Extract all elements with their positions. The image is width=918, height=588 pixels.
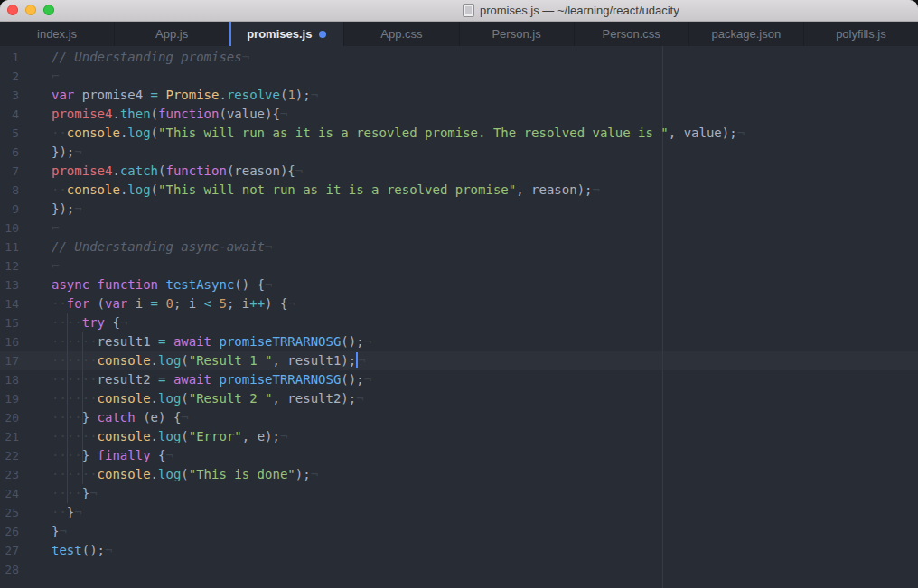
eol-marker-icon: ¬ <box>364 334 371 349</box>
whitespace-dots: ···· <box>52 448 82 462</box>
code-line[interactable]: 2⌐ <box>0 67 918 86</box>
token-kw: var <box>52 88 74 102</box>
code-line[interactable]: 6});¬ <box>0 143 918 162</box>
code-line[interactable]: 7promise4.catch(function(reason){¬ <box>0 162 918 181</box>
code-line[interactable]: 3var promise4 = Promise.resolve(1);¬ <box>0 86 918 105</box>
token-kw: var <box>105 296 127 311</box>
code-line[interactable]: 21······console.log("Error", e);¬ <box>0 427 918 446</box>
line-number: 28 <box>0 560 19 579</box>
tab-person-css[interactable]: Person.css <box>575 22 689 46</box>
code-line[interactable]: 9});¬ <box>0 200 918 219</box>
eol-marker-icon: ¬ <box>311 88 318 102</box>
line-number: 18 <box>0 370 19 389</box>
code-line[interactable]: 28 <box>0 560 918 579</box>
code-line[interactable]: 26}¬ <box>0 522 918 541</box>
token-mth: resolve <box>227 88 280 102</box>
eol-marker-icon: ¬ <box>74 505 81 519</box>
whitespace-dots: ·· <box>52 296 67 311</box>
token-fg: ); <box>295 467 311 481</box>
code-line[interactable]: 19······console.log("Result 2 ", result2… <box>0 389 918 408</box>
token-fn: promiseTRRARNOSG <box>219 372 341 387</box>
code-text: ··}¬ <box>19 503 82 522</box>
code-line[interactable]: 27test();¬ <box>0 541 918 560</box>
token-fn: test <box>52 543 82 557</box>
token-fg: result1 <box>98 334 158 349</box>
tab-bar: index.jsApp.jspromises.jsApp.cssPerson.j… <box>0 22 918 46</box>
token-red: promise4 <box>52 163 112 178</box>
code-line[interactable]: 24····}¬ <box>0 484 918 503</box>
eol-marker-icon: ¬ <box>287 296 295 311</box>
active-tab-accent <box>230 22 231 46</box>
token-cls: Promise <box>165 88 219 102</box>
eol-marker-icon: ¬ <box>242 50 249 64</box>
code-line[interactable]: 25··}¬ <box>0 503 918 522</box>
code-line[interactable]: 12⌐ <box>0 257 918 275</box>
code-text: ⌐ <box>19 257 59 275</box>
editor-window: promises.js — ~/learning/react/udacity i… <box>0 0 918 588</box>
whitespace-dots: ······ <box>52 353 98 368</box>
tab-promises-js[interactable]: promises.js <box>230 22 344 46</box>
code-line[interactable]: 18······result2 = await promiseTRRARNOSG… <box>0 370 918 389</box>
code-line[interactable]: 10⌐ <box>0 219 918 238</box>
code-line[interactable]: 22····} finally {¬ <box>0 446 918 465</box>
line-number: 5 <box>0 124 19 143</box>
line-number: 4 <box>0 105 19 124</box>
code-line[interactable]: 23······console.log("This is done");¬ <box>0 465 918 484</box>
tab-person-js[interactable]: Person.js <box>460 22 575 46</box>
code-line[interactable]: 1// Understanding promises¬ <box>0 48 918 67</box>
code-line[interactable]: 16······result1 = await promiseTRRARNOSG… <box>0 332 918 351</box>
code-text: // Understanding promises¬ <box>19 48 249 67</box>
whitespace-dots: ·· <box>52 126 67 140</box>
code-line[interactable]: 15····try {¬ <box>0 313 918 332</box>
code-line[interactable]: 8··console.log("This will not run as it … <box>0 181 918 200</box>
whitespace-dots: ·· <box>52 182 67 197</box>
token-fg: ( <box>181 429 188 443</box>
tab-package-json[interactable]: package.json <box>689 22 804 46</box>
zoom-window-button[interactable] <box>43 5 54 15</box>
token-cls: console <box>98 429 151 443</box>
eol-marker-icon: ¬ <box>105 543 112 557</box>
eol-marker-icon: ¬ <box>165 448 173 462</box>
token-fg: (reason){ <box>227 163 295 178</box>
eol-marker-icon: ¬ <box>265 239 272 254</box>
token-fg <box>165 372 173 387</box>
code-line[interactable]: 20····} catch (e) {¬ <box>0 408 918 427</box>
tab-polyfills-js[interactable]: polyfills.js <box>804 22 918 46</box>
code-line[interactable]: 5··console.log("This will run as it is a… <box>0 124 918 143</box>
eol-marker-icon: ¬ <box>59 524 66 538</box>
tab-app-js[interactable]: App.js <box>115 22 230 46</box>
token-kw: function <box>165 163 226 178</box>
code-line[interactable]: 13async function testAsync() {¬ <box>0 275 918 294</box>
code-line[interactable]: 17······console.log("Result 1 ", result1… <box>0 351 918 370</box>
token-fg: . <box>151 467 158 481</box>
eol-marker-icon: ¬ <box>280 429 287 443</box>
eol-marker-icon: ⌐ <box>52 220 59 235</box>
token-num: 1 <box>287 88 295 102</box>
close-window-button[interactable] <box>7 5 18 15</box>
eol-marker-icon: ¬ <box>295 163 303 178</box>
code-text: var promise4 = Promise.resolve(1);¬ <box>19 86 318 105</box>
tab-index-js[interactable]: index.js <box>0 22 115 46</box>
whitespace-dots: ······ <box>52 372 98 387</box>
code-text: ····try {¬ <box>19 313 127 332</box>
token-cls: console <box>98 467 151 481</box>
code-line[interactable]: 14··for (var i = 0; i < 5; i++) {¬ <box>0 294 918 313</box>
eol-marker-icon: ¬ <box>593 182 600 197</box>
code-line[interactable]: 4promise4.then(function(value){¬ <box>0 105 918 124</box>
token-fg: }); <box>52 201 74 216</box>
tab-app-css[interactable]: App.css <box>344 22 459 46</box>
whitespace-dots: ······ <box>52 334 98 349</box>
eol-marker-icon: ¬ <box>74 201 81 216</box>
code-text: ⌐ <box>19 67 59 86</box>
code-editor[interactable]: 1// Understanding promises¬2⌐3var promis… <box>0 46 918 588</box>
code-line[interactable]: 11// Understanding async-await¬ <box>0 238 918 257</box>
whitespace-dots: ·· <box>52 505 67 519</box>
minimize-window-button[interactable] <box>25 5 36 15</box>
line-number: 12 <box>0 257 19 275</box>
token-fg: ( <box>181 467 188 481</box>
token-str: "Result 1 " <box>189 353 273 368</box>
token-op: < <box>204 296 211 311</box>
tab-label: Person.css <box>603 27 660 41</box>
code-text: ······result2 = await promiseTRRARNOSG()… <box>19 370 371 389</box>
token-op: = <box>151 296 158 311</box>
